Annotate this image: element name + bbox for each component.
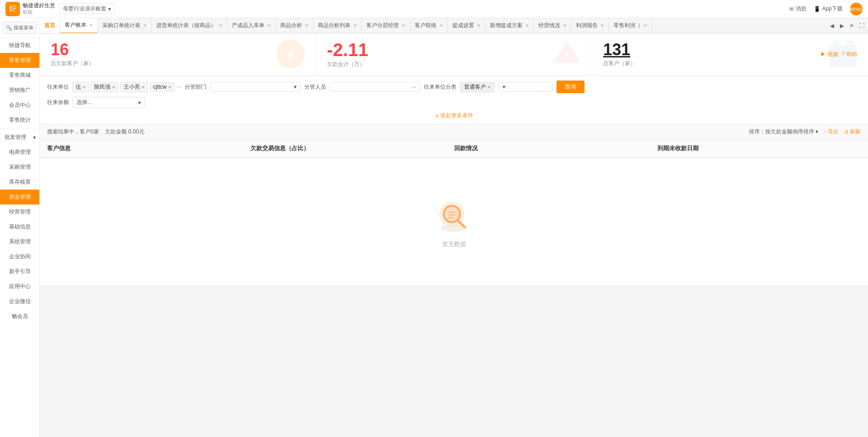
filter-tag-wu: 伍 ✕ bbox=[72, 82, 89, 92]
sidebar-item-jingyingguanli[interactable]: 经营管理 bbox=[0, 204, 39, 219]
tab-close-xztcfa[interactable]: ✕ bbox=[525, 23, 529, 28]
tab-jhdtjb[interactable]: 进货单统计表（按商品） ✕ bbox=[152, 18, 227, 33]
export-action[interactable]: ↑ 导出 bbox=[824, 128, 839, 136]
workspace-selector[interactable]: 母婴行业演示账套 ▾ bbox=[59, 4, 115, 14]
stat-info-amount: -2.11 欠款合计（万） bbox=[327, 41, 368, 68]
logo-area: 好 畅捷通好生意 标版 bbox=[5, 2, 55, 16]
sidebar-item-qiyeweiixn[interactable]: 企业微信 bbox=[0, 294, 39, 309]
stat-label-customers: 总欠款客户（家） bbox=[51, 60, 94, 67]
stat-card-customers: ¥ 16 总欠款客户（家） bbox=[40, 33, 316, 76]
tab-close-all-button[interactable]: ✕ bbox=[847, 21, 856, 30]
tab-close-jhdtjb[interactable]: ✕ bbox=[219, 23, 222, 28]
tab-label: 客户账本 bbox=[65, 21, 86, 29]
tag-close-wu[interactable]: ✕ bbox=[82, 85, 86, 90]
tab-jyqk[interactable]: 经营情况 ✕ bbox=[534, 18, 571, 33]
tag-label: 伍 bbox=[76, 83, 81, 91]
sidebar-item-yingxiaotuitui[interactable]: 营销推广 bbox=[0, 83, 39, 98]
tab-close-khfcjy[interactable]: ✕ bbox=[402, 23, 405, 28]
expand-icon: ▾ bbox=[33, 134, 36, 141]
sidebar-item-jichuxinxi[interactable]: 基础信息 bbox=[0, 219, 39, 234]
sidebar-item-yingyongzhongxin[interactable]: 应用中心 bbox=[0, 279, 39, 294]
sidebar-item-dianguanguanli[interactable]: 电商管理 bbox=[0, 145, 39, 160]
result-actions: 排序：按欠款金额倒序排序 ▾ ↑ 导出 ↺ 刷新 bbox=[749, 128, 861, 136]
stat-info-customers: 16 总欠款客户（家） bbox=[51, 42, 94, 67]
balance-filter-select[interactable]: 选择... ▾ bbox=[72, 97, 145, 108]
tab-spfx[interactable]: 商品分析 ✕ bbox=[276, 18, 313, 33]
person-filter-select[interactable]: ··· bbox=[330, 82, 420, 92]
tab-close-ccprk[interactable]: ✕ bbox=[267, 23, 271, 28]
dept-filter-label: 分管部门 bbox=[185, 83, 206, 91]
sidebar-item-label: 经营管理 bbox=[3, 208, 37, 216]
sidebar-item-lingshougguanli[interactable]: 零售管理 bbox=[0, 53, 39, 68]
tab-close-cgddtjb[interactable]: ✕ bbox=[143, 23, 147, 28]
dept-filter-select[interactable]: ▾ bbox=[210, 82, 301, 92]
tag-close-wangxiaoliang[interactable]: ✕ bbox=[141, 85, 145, 90]
tab-spfxlb[interactable]: 商品分析列表 ✕ bbox=[313, 18, 362, 33]
tab-xztcfa[interactable]: 新增提成方案 ✕ bbox=[485, 18, 534, 33]
app-download-action[interactable]: 📱 App下载 bbox=[814, 5, 843, 13]
person-filter-more: ··· bbox=[412, 84, 416, 90]
filter-more-button[interactable]: ··· bbox=[177, 84, 181, 90]
tab-lslr[interactable]: 零售利润（ ✕ bbox=[609, 18, 652, 33]
tab-ccprk[interactable]: 产成品入库单 ✕ bbox=[227, 18, 276, 33]
stat-value-total: 131 bbox=[603, 42, 636, 58]
tab-home[interactable]: 首页 bbox=[40, 18, 60, 33]
sidebar-item-changhui[interactable]: 畅会员 bbox=[0, 309, 39, 324]
sidebar-item-label: 营销推广 bbox=[3, 86, 37, 94]
tab-khll[interactable]: 客户联络 ✕ bbox=[410, 18, 448, 33]
sidebar-item-xinshouyindao[interactable]: 新手引导 bbox=[0, 264, 39, 279]
data-table: 客户信息 欠款交易信息（占比） 回款情况 到期未收款日期 bbox=[40, 140, 868, 285]
workspace-dropdown-icon: ▾ bbox=[108, 6, 111, 12]
tab-prev-button[interactable]: ◀ bbox=[827, 21, 836, 30]
avatar[interactable]: demo2 bbox=[850, 3, 863, 15]
sidebar-item-label: 资金管理 bbox=[3, 193, 37, 201]
unit-type-dropdown[interactable]: ▾ bbox=[499, 82, 553, 92]
tab-close-spfxlb[interactable]: ✕ bbox=[353, 23, 357, 28]
balance-placeholder: 选择... bbox=[77, 99, 92, 106]
sidebar-item-lingshoutongjia[interactable]: 零售统计 bbox=[0, 113, 39, 128]
sidebar-item-caigouguanli[interactable]: 采购管理 bbox=[0, 160, 39, 175]
tab-expand-button[interactable]: ⛶ bbox=[857, 21, 866, 30]
table-col-hkqk: 回款情况 bbox=[454, 144, 657, 152]
tab-lrbg[interactable]: 利润报告 ✕ bbox=[571, 18, 609, 33]
sidebar-item-huiyuanzhongxin[interactable]: 会员中心 bbox=[0, 98, 39, 113]
sidebar-item-pifaguanli[interactable]: 批发管理 ▾ bbox=[0, 130, 39, 145]
amount-result-text: 欠款金额 0.00元 bbox=[105, 128, 144, 135]
tag-close-chenminqiang[interactable]: ✕ bbox=[112, 85, 115, 90]
tab-close-lslr[interactable]: ✕ bbox=[643, 23, 647, 28]
tab-cgddtjb[interactable]: 采购订单统计表 ✕ bbox=[98, 18, 152, 33]
svg-text:✦: ✦ bbox=[564, 50, 571, 59]
stat-bg-icon-total bbox=[827, 38, 859, 70]
sidebar-item-label: 基础信息 bbox=[3, 223, 37, 231]
sidebar-item-kucunhejia[interactable]: 库存核算 bbox=[0, 175, 39, 190]
collapse-label: 收起更多条件 bbox=[441, 112, 473, 119]
tab-close-tcsz[interactable]: ✕ bbox=[477, 23, 480, 28]
sidebar-item-lingshougshangcheng[interactable]: 零售商城 bbox=[0, 68, 39, 83]
sidebar-item-label: 零售管理 bbox=[3, 57, 37, 64]
col-label: 到期未收款日期 bbox=[657, 145, 699, 152]
tab-next-button[interactable]: ▶ bbox=[837, 21, 846, 30]
tag-close-ptkh[interactable]: ✕ bbox=[487, 85, 491, 90]
tab-close-khll[interactable]: ✕ bbox=[439, 23, 443, 28]
table-empty-state: 暂无数据 bbox=[40, 158, 868, 285]
sidebar-item-qiyexieyue[interactable]: 企业协同 bbox=[0, 249, 39, 264]
tab-close-jyqk[interactable]: ✕ bbox=[563, 23, 566, 28]
sidebar-item-label: 采购管理 bbox=[3, 163, 37, 171]
tab-khfcjy[interactable]: 客户分层经营 ✕ bbox=[362, 18, 410, 33]
tab-khzb[interactable]: 客户账本 ✕ bbox=[60, 18, 98, 33]
search-icon: 🔍 bbox=[6, 25, 12, 30]
tab-close-lrbg[interactable]: ✕ bbox=[600, 23, 604, 28]
tab-close-khzb[interactable]: ✕ bbox=[89, 23, 93, 28]
sidebar-item-zijinguanli[interactable]: 资金管理 bbox=[0, 190, 39, 204]
search-menu-button[interactable]: 🔍 搜索菜单 bbox=[3, 22, 37, 34]
tag-close-cjttcw[interactable]: ✕ bbox=[168, 85, 172, 90]
collapse-button[interactable]: ∧ 收起更多条件 bbox=[435, 112, 473, 119]
tab-label: 产成品入库单 bbox=[232, 22, 264, 29]
tab-close-spfx[interactable]: ✕ bbox=[305, 23, 308, 28]
message-action[interactable]: ✉ 消息 bbox=[789, 5, 806, 13]
query-button[interactable]: 查询 bbox=[556, 81, 585, 93]
sidebar-item-xitonguanli[interactable]: 系统管理 bbox=[0, 234, 39, 249]
sidebar: 🔍 搜索菜单 快捷导航 零售管理 零售商城 营销推广 会员中心 零售统计 批发管… bbox=[0, 18, 40, 437]
refresh-action[interactable]: ↺ 刷新 bbox=[844, 128, 861, 136]
tab-tcsz[interactable]: 提成设置 ✕ bbox=[448, 18, 485, 33]
